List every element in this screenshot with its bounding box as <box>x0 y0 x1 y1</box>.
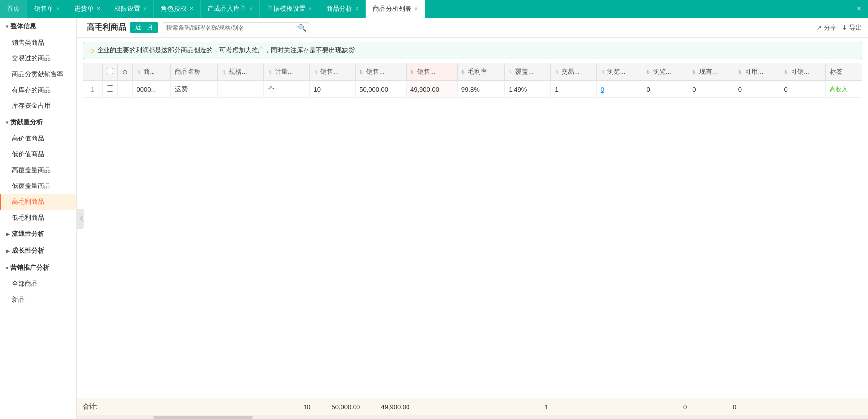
sidebar-group-liquidity[interactable]: ▶ 流通性分析 <box>0 226 76 242</box>
sort-icon-spec: ⇅ <box>222 70 226 75</box>
footer-sales-profit: 49,900.00 <box>380 403 409 411</box>
sidebar-item-low-value[interactable]: 低价值商品 <box>0 146 76 162</box>
sidebar-item-new-goods[interactable]: 新品 <box>0 292 76 308</box>
close-sales-tab[interactable]: × <box>56 5 60 12</box>
nav-template[interactable]: 单据模板设置 × <box>260 0 319 18</box>
nav-finished[interactable]: 产成品入库单 × <box>201 0 260 18</box>
select-all-checkbox[interactable] <box>107 68 113 74</box>
info-banner: ◇ 企业的主要的利润都是这部分商品创造的，可考虑加大推广，同时关注库存是不要出现… <box>83 42 862 59</box>
cell-saleable: 0 <box>780 81 826 98</box>
cell-sales-qty: 10 <box>309 81 356 98</box>
cell-coverage: 1.49% <box>505 81 551 98</box>
col-index <box>83 63 102 81</box>
goods-table: ⊙ ⇅ 商... 商品名称 ⇅ 规格... ⇅ <box>83 63 862 98</box>
cell-tag: 高收入 <box>826 81 862 98</box>
sort-icon-cov: ⇅ <box>509 70 512 75</box>
arrow-growth: ▶ <box>6 248 10 254</box>
sort-icon-qty: ⇅ <box>314 70 318 75</box>
row-checkbox[interactable] <box>107 85 113 92</box>
sidebar-group-contribution[interactable]: ▾ 贡献量分析 <box>0 114 76 131</box>
col-available: ⇅ 可用... <box>734 63 780 81</box>
sidebar-group-marketing[interactable]: ▾ 营销推广分析 <box>0 259 76 276</box>
sidebar-item-sales-goods[interactable]: 销售类商品 <box>0 35 76 50</box>
footer-trade: 1 <box>518 403 548 411</box>
sort-icon-trade: ⇅ <box>555 70 559 75</box>
col-unit: ⇅ 计量... <box>263 63 309 81</box>
footer-total-label: 合计: <box>83 402 98 411</box>
table-row: 1 0000... 运费 个 10 50,000.00 49,900.00 99… <box>83 81 862 98</box>
close-template-tab[interactable]: × <box>308 5 312 12</box>
close-finished-tab[interactable]: × <box>249 5 253 12</box>
sidebar-collapse-button[interactable]: 《 <box>77 209 84 229</box>
close-purchase-tab[interactable]: × <box>97 5 100 12</box>
sidebar-group-overall[interactable]: ▾ 整体信息 <box>0 18 76 35</box>
bottom-scrollbar[interactable] <box>77 415 868 419</box>
sidebar-item-high-margin[interactable]: 高毛利商品 <box>0 194 76 210</box>
sort-icon-margin: ⇅ <box>461 70 465 75</box>
cell-margin-rate: 99.8% <box>457 81 505 98</box>
close-permission-tab[interactable]: × <box>143 5 147 12</box>
col-check <box>102 63 117 81</box>
cell-available: 0 <box>734 81 780 98</box>
export-button[interactable]: ⬇ 导出 <box>842 23 862 32</box>
col-saleable: ⇅ 可销... <box>780 63 826 81</box>
nav-permission[interactable]: 权限设置 × <box>107 0 154 18</box>
info-icon: ◇ <box>89 47 94 54</box>
cell-index: 1 <box>83 81 102 98</box>
cell-browse1[interactable]: 0 <box>596 81 642 98</box>
sidebar-item-contribution[interactable]: 商品分贡献销售率 <box>0 66 76 82</box>
footer-current-stock: 0 <box>657 403 687 411</box>
sort-icon-cs: ⇅ <box>692 70 696 75</box>
cell-check[interactable] <box>102 81 117 98</box>
sidebar-item-low-margin[interactable]: 低毛利商品 <box>0 210 76 226</box>
search-box: 🔍 <box>162 22 310 33</box>
sort-icon-br1: ⇅ <box>601 70 605 75</box>
col-coverage: ⇅ 覆盖... <box>505 63 551 81</box>
cell-unit: 个 <box>263 81 309 98</box>
content-area: 《 高毛利商品 近一月 🔍 ↗ 分享 ⬇ 导出 ◇ 企 <box>77 18 868 419</box>
sidebar-item-high-value[interactable]: 高价值商品 <box>0 131 76 146</box>
search-input[interactable] <box>166 24 296 31</box>
nav-analysis-list[interactable]: 商品分析列表 × <box>366 0 425 18</box>
window-close-button[interactable]: × <box>850 0 868 18</box>
page-title: 高毛利商品 <box>87 22 126 33</box>
action-buttons: ↗ 分享 ⬇ 导出 <box>817 23 862 32</box>
sidebar-item-high-coverage[interactable]: 高覆盖量商品 <box>0 162 76 178</box>
close-analysis-list-tab[interactable]: × <box>414 5 418 12</box>
arrow-marketing: ▾ <box>6 265 8 271</box>
sidebar-item-low-coverage[interactable]: 低覆盖量商品 <box>0 178 76 194</box>
sidebar-group-growth[interactable]: ▶ 成长性分析 <box>0 242 76 259</box>
sidebar-item-traded-goods[interactable]: 交易过的商品 <box>0 50 76 66</box>
sidebar-item-in-stock[interactable]: 有库存的商品 <box>0 82 76 98</box>
col-margin-rate: ⇅ 毛利率 <box>457 63 505 81</box>
arrow-contribution: ▾ <box>6 120 8 125</box>
col-current-stock: ⇅ 现有... <box>688 63 734 81</box>
sort-icon-profit: ⇅ <box>410 70 414 75</box>
cell-goods-name: 运费 <box>171 81 218 98</box>
close-analysis-tab[interactable]: × <box>355 5 358 12</box>
share-button[interactable]: ↗ 分享 <box>817 23 837 32</box>
arrow-liquidity: ▶ <box>6 232 10 237</box>
nav-analysis[interactable]: 商品分析 × <box>319 0 366 18</box>
header-bar: 高毛利商品 近一月 🔍 ↗ 分享 ⬇ 导出 <box>77 18 868 38</box>
footer-bar: 合计: 10 50,000.00 49,900.00 1 0 0 <box>77 398 868 415</box>
sort-icon-unit: ⇅ <box>268 70 272 75</box>
col-browse2: ⇅ 浏览... <box>642 63 688 81</box>
table-header-row: ⊙ ⇅ 商... 商品名称 ⇅ 规格... ⇅ <box>83 63 862 81</box>
cell-sales-profit: 49,900.00 <box>407 81 458 98</box>
cell-sales-amount: 50,000.00 <box>356 81 407 98</box>
col-goods-name: 商品名称 <box>171 63 218 81</box>
nav-purchase[interactable]: 进货单 × <box>67 0 107 18</box>
main-layout: ▾ 整体信息 销售类商品 交易过的商品 商品分贡献销售率 有库存的商品 库存资金… <box>0 18 868 419</box>
col-spec: ⇅ 规格... <box>218 63 264 81</box>
export-icon: ⬇ <box>842 24 847 31</box>
nav-sales[interactable]: 销售单 × <box>27 0 67 18</box>
close-role-tab[interactable]: × <box>190 5 193 12</box>
nav-home[interactable]: 首页 <box>0 0 27 18</box>
period-button[interactable]: 近一月 <box>130 22 158 33</box>
sidebar-item-all-goods[interactable]: 全部商品 <box>0 276 76 292</box>
nav-role[interactable]: 角色授权 × <box>154 0 201 18</box>
sidebar-item-stock-fund[interactable]: 库存资金占用 <box>0 98 76 114</box>
sort-icon-amount: ⇅ <box>359 70 363 75</box>
footer-available: 0 <box>707 403 736 411</box>
